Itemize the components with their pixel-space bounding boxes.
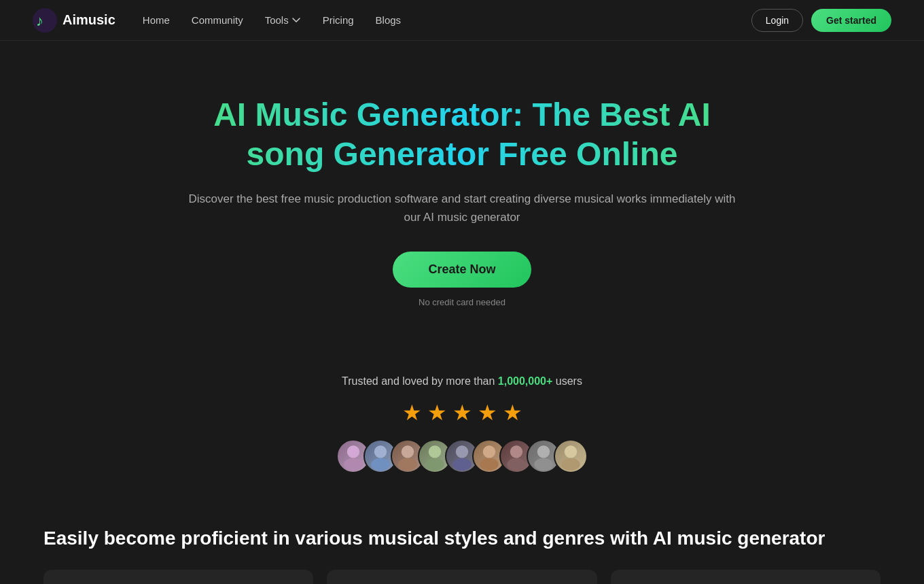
svg-point-4 <box>374 445 387 458</box>
tools-dropdown-trigger[interactable]: Tools <box>265 14 301 26</box>
feature-card-2 <box>327 570 597 584</box>
svg-text:♪: ♪ <box>36 12 43 29</box>
svg-point-11 <box>452 458 472 470</box>
svg-point-7 <box>398 458 417 470</box>
svg-point-13 <box>480 458 499 470</box>
logo-icon: ♪ <box>33 8 57 33</box>
bottom-title: Easily become proficient in various musi… <box>43 528 881 549</box>
trusted-prefix: Trusted and loved by more than <box>342 375 495 387</box>
feature-card-3 <box>611 570 881 584</box>
login-button[interactable]: Login <box>751 9 803 32</box>
trusted-section: Trusted and loved by more than 1,000,000… <box>0 348 924 487</box>
svg-point-5 <box>371 458 390 470</box>
svg-point-14 <box>510 445 522 458</box>
avatar-9 <box>554 439 588 473</box>
nav-item-tools[interactable]: Tools <box>265 14 301 26</box>
star-2: ★ <box>427 400 447 426</box>
nav-link-community[interactable]: Community <box>192 14 243 26</box>
svg-point-18 <box>565 445 577 458</box>
nav-left: ♪ Aimusic Home Community Tools Pricing <box>33 8 401 33</box>
star-3: ★ <box>452 400 472 426</box>
svg-point-9 <box>425 458 444 470</box>
trusted-suffix: users <box>556 375 582 387</box>
trusted-count: 1,000,000+ <box>498 375 553 387</box>
svg-point-15 <box>507 458 526 470</box>
nav-item-community[interactable]: Community <box>192 14 243 27</box>
feature-card-1 <box>43 570 313 584</box>
avatar-group <box>336 439 588 473</box>
no-credit-text: No credit card needed <box>183 297 741 307</box>
hero-section: AI Music Generator: The Best AI song Gen… <box>156 41 768 348</box>
nav-link-blogs[interactable]: Blogs <box>376 14 402 26</box>
star-1: ★ <box>402 400 422 426</box>
bottom-section: Easily become proficient in various musi… <box>0 487 924 584</box>
svg-point-8 <box>429 445 441 458</box>
brand-name: Aimusic <box>63 12 116 28</box>
trusted-text: Trusted and loved by more than 1,000,000… <box>27 375 897 388</box>
hero-subtitle: Discover the best free music production … <box>183 190 741 226</box>
nav-link-home[interactable]: Home <box>143 14 170 26</box>
nav-right: Login Get started <box>751 9 891 32</box>
hero-title: AI Music Generator: The Best AI song Gen… <box>183 95 741 173</box>
nav-link-pricing[interactable]: Pricing <box>323 14 354 26</box>
svg-point-3 <box>344 458 363 470</box>
svg-point-19 <box>561 458 580 470</box>
get-started-button[interactable]: Get started <box>811 9 891 32</box>
svg-point-2 <box>347 445 359 458</box>
svg-point-16 <box>537 445 550 458</box>
svg-point-12 <box>483 445 495 458</box>
chevron-down-icon <box>291 16 301 25</box>
logo-link[interactable]: ♪ Aimusic <box>33 8 116 33</box>
nav-links: Home Community Tools Pricing Blogs <box>143 14 401 27</box>
nav-item-home[interactable]: Home <box>143 14 170 27</box>
create-now-button[interactable]: Create Now <box>393 252 531 288</box>
star-4: ★ <box>478 400 497 426</box>
navbar: ♪ Aimusic Home Community Tools Pricing <box>0 0 924 41</box>
svg-point-10 <box>456 445 468 458</box>
nav-item-pricing[interactable]: Pricing <box>323 14 354 27</box>
nav-item-blogs[interactable]: Blogs <box>376 14 402 27</box>
cards-row <box>43 570 881 584</box>
avatars-row <box>27 439 897 473</box>
star-5: ★ <box>503 400 522 426</box>
svg-point-17 <box>534 458 553 470</box>
svg-point-6 <box>402 445 414 458</box>
stars-row: ★ ★ ★ ★ ★ <box>27 400 897 426</box>
